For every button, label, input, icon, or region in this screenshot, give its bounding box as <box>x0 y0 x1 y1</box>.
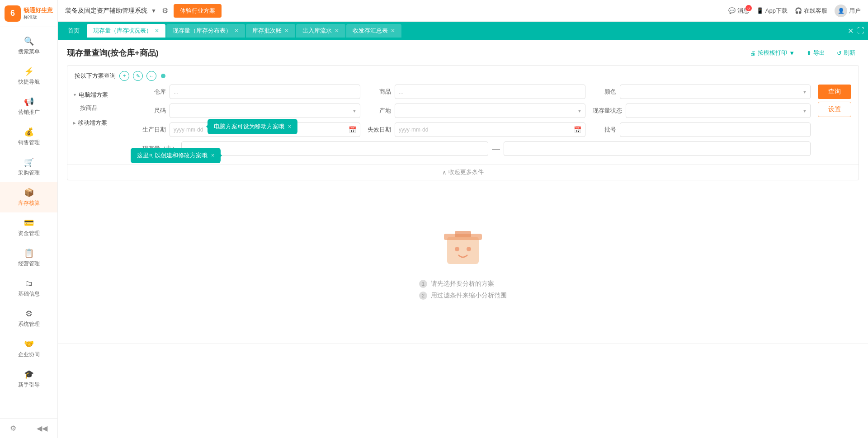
sidebar-item-basic[interactable]: 🗂 基础信息 <box>0 273 57 303</box>
tab-close-4[interactable]: ✕ <box>391 28 395 34</box>
size-select-wrap: ▼ <box>170 104 360 118</box>
inventory-main-to[interactable] <box>504 141 811 156</box>
search-button[interactable]: 查询 <box>818 85 851 99</box>
collapse-btn[interactable]: ∧ 收起更多条件 <box>442 168 484 176</box>
tab-close-0[interactable]: ✕ <box>155 28 159 34</box>
app-download-action[interactable]: 📱 App下载 <box>756 7 788 15</box>
print-template-btn[interactable]: 🖨 按模板打印 ▼ <box>746 47 798 59</box>
tab-inout-flow[interactable]: 出入库流水 ✕ <box>296 24 345 38</box>
desktop-scheme-header[interactable]: ▼ 电脑端方案 <box>67 88 135 102</box>
warehouse-label: 仓库 <box>142 88 166 96</box>
export-btn[interactable]: ⬆ 导出 <box>803 47 829 59</box>
export-icon: ⬆ <box>807 50 811 57</box>
tab-batch-ledger[interactable]: 库存批次账 ✕ <box>246 24 295 38</box>
settings-icon[interactable]: ⚙ <box>160 5 170 17</box>
batch-no-field: 批号 <box>593 122 811 137</box>
tab-inventory-dist-label: 现存量（库存分布表） <box>173 27 231 35</box>
page-content: 现存量查询(按仓库+商品) 🖨 按模板打印 ▼ ⬆ 导出 ↺ <box>58 40 868 438</box>
tab-close-3[interactable]: ✕ <box>335 28 339 34</box>
page-actions: 🖨 按模板打印 ▼ ⬆ 导出 ↺ 刷新 <box>746 47 859 59</box>
inventory-main-from[interactable] <box>181 141 488 156</box>
tab-batch-ledger-label: 库存批次账 <box>252 27 282 35</box>
empty-hints: 1 请先选择要分析的方案 2 用过滤条件来缩小分析范围 <box>419 280 507 300</box>
messages-action[interactable]: 💬 消息 6 <box>728 7 749 15</box>
scheme-item-by-goods[interactable]: 按商品 <box>71 102 135 114</box>
warehouse-input[interactable] <box>170 85 360 99</box>
app-logo-icon: 6 <box>5 5 21 22</box>
tab-inventory-status[interactable]: 现存量（库存状况表） ✕ <box>87 24 165 38</box>
mobile-scheme-label: 移动端方案 <box>78 119 107 127</box>
tab-close-2[interactable]: ✕ <box>284 28 289 34</box>
sidebar-label-purchase: 采购管理 <box>18 169 40 177</box>
origin-select[interactable] <box>395 104 585 118</box>
collapse-row: ∧ 收起更多条件 <box>67 164 859 180</box>
experience-btn[interactable]: 体验行业方案 <box>174 4 222 18</box>
online-service-action[interactable]: 🎧 在线客服 <box>795 7 827 15</box>
system-title: 装备及固定资产辅助管理系统 <box>65 7 147 15</box>
hint-num-1: 1 <box>419 280 427 288</box>
inventory-status-select[interactable] <box>626 104 811 118</box>
sales-icon: 💰 <box>24 127 34 137</box>
inventory-status-select-wrap: ▼ <box>626 104 811 118</box>
user-action[interactable]: 👤 用户 <box>835 5 861 17</box>
sidebar-item-system[interactable]: ⚙ 系统管理 <box>0 303 57 334</box>
svg-rect-2 <box>455 231 471 237</box>
reset-button[interactable]: 设置 <box>818 102 851 117</box>
marketing-icon: 📢 <box>24 97 34 107</box>
sidebar-item-finance[interactable]: 💳 资金管理 <box>0 212 57 243</box>
expiry-date-input[interactable]: yyyy-mm-dd 📅 <box>395 122 585 137</box>
sidebar-label-search: 搜索菜单 <box>18 48 40 56</box>
system-dropdown-icon[interactable]: ▼ <box>151 8 156 14</box>
sidebar-item-enterprise[interactable]: 🤝 企业协同 <box>0 334 57 364</box>
sidebar-item-marketing[interactable]: 📢 营销推广 <box>0 91 57 122</box>
search-action-buttons: 查询 设置 <box>818 85 859 117</box>
tab-minimize-icon[interactable]: ✕ <box>848 27 854 35</box>
tab-inout-flow-label: 出入库流水 <box>302 27 332 35</box>
add-scheme-btn[interactable]: + <box>119 71 129 81</box>
size-select[interactable] <box>170 104 360 118</box>
sidebar-item-inventory[interactable]: 📦 库存核算 <box>0 182 57 212</box>
sidebar-item-purchase[interactable]: 🛒 采购管理 <box>0 152 57 182</box>
quicknav-icon: ⚡ <box>24 66 34 76</box>
tab-home[interactable]: 首页 <box>61 24 86 38</box>
refresh-btn[interactable]: ↺ 刷新 <box>833 47 859 59</box>
export-label: 导出 <box>813 49 825 57</box>
collapse-sidebar-icon[interactable]: ◀◀ <box>37 424 47 433</box>
color-select[interactable] <box>620 85 811 99</box>
tooltip-scheme-create: 这里可以创建和修改方案哦 × <box>131 148 221 163</box>
collapse-up-icon: ∧ <box>442 169 447 176</box>
batch-no-input[interactable] <box>620 122 811 137</box>
inventory-main-sep: — <box>492 144 500 154</box>
back-scheme-btn[interactable]: ← <box>146 71 156 81</box>
sidebar-item-sales[interactable]: 💰 销售管理 <box>0 122 57 152</box>
filter-section: 按以下方案查询 + ✎ ← <box>67 65 859 180</box>
mobile-tree-arrow: ▶ <box>73 121 76 125</box>
message-badge: 6 <box>745 5 752 11</box>
sidebar-nav: 🔍 搜索菜单 ⚡ 快捷导航 📢 营销推广 💰 销售管理 🛒 采购管理 📦 库存核… <box>0 27 57 418</box>
color-label: 颜色 <box>593 88 616 96</box>
header-left: 装备及固定资产辅助管理系统 ▼ ⚙ 体验行业方案 <box>65 4 222 18</box>
origin-select-wrap: ▼ <box>395 104 585 118</box>
sidebar-item-quicknav[interactable]: ⚡ 快捷导航 <box>0 61 57 91</box>
edit-scheme-btn[interactable]: ✎ <box>133 71 143 81</box>
mobile-scheme-header[interactable]: ▶ 移动端方案 <box>67 116 135 130</box>
tab-inventory-dist[interactable]: 现存量（库存分布表） ✕ <box>166 24 245 38</box>
tab-close-1[interactable]: ✕ <box>234 28 239 34</box>
hint-text-1: 请先选择要分析的方案 <box>431 280 494 288</box>
goods-input[interactable] <box>395 85 585 99</box>
tab-maximize-icon[interactable]: ⛶ <box>857 27 864 35</box>
origin-label: 产地 <box>368 107 391 115</box>
size-label: 尺码 <box>142 107 166 115</box>
tooltip1-close[interactable]: × <box>288 123 291 130</box>
tab-summary[interactable]: 收发存汇总表 ✕ <box>346 24 401 38</box>
sidebar-item-operations[interactable]: 📋 经营管理 <box>0 243 57 273</box>
top-header: 装备及固定资产辅助管理系统 ▼ ⚙ 体验行业方案 💬 消息 6 📱 App下载 … <box>58 0 868 22</box>
sidebar-label-finance: 资金管理 <box>18 230 40 237</box>
warehouse-field: 仓库 ⋯ <box>142 85 360 99</box>
sidebar-item-guide[interactable]: 🎓 新手引导 <box>0 364 57 394</box>
sidebar-item-search[interactable]: 🔍 搜索菜单 <box>0 31 57 61</box>
expiry-date-icon: 📅 <box>574 126 581 133</box>
tooltip2-close[interactable]: × <box>211 152 214 159</box>
settings-bottom-icon[interactable]: ⚙ <box>10 424 16 433</box>
svg-point-4 <box>467 247 471 251</box>
